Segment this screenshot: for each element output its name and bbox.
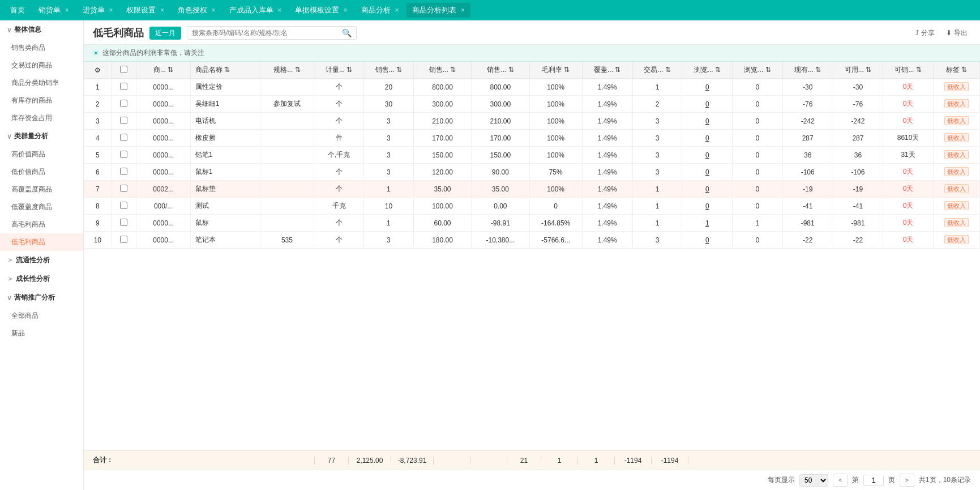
browse1-link[interactable]: 0 xyxy=(705,202,709,210)
close-icon[interactable]: × xyxy=(160,6,164,14)
row-sales-profit: 150.00 xyxy=(472,147,529,164)
col-sales-price-header[interactable]: 销售... ⇅ xyxy=(413,62,471,79)
col-spec-header[interactable]: 规格... ⇅ xyxy=(260,62,314,79)
col-unit-header[interactable]: 计量... ⇅ xyxy=(314,62,364,79)
col-inv-saleable-header[interactable]: 可销... ⇅ xyxy=(883,62,934,79)
sidebar-item-traded-goods[interactable]: 交易过的商品 xyxy=(0,57,83,74)
filter-recent-month-button[interactable]: 近一月 xyxy=(149,27,181,40)
nav-item-sales[interactable]: 销货单 × xyxy=(33,3,75,18)
col-browse1-header[interactable]: 浏览... ⇅ xyxy=(682,62,733,79)
row-checkbox[interactable] xyxy=(120,185,127,192)
col-browse2-header[interactable]: 浏览... ⇅ xyxy=(733,62,783,79)
export-button[interactable]: ⬇ 导出 xyxy=(943,27,971,40)
close-icon[interactable]: × xyxy=(109,6,113,14)
col-name-header[interactable]: 商品名称 ⇅ xyxy=(190,62,260,79)
browse1-link[interactable]: 0 xyxy=(705,236,709,244)
close-icon[interactable]: × xyxy=(461,6,465,14)
col-sku-header[interactable]: 商... ⇅ xyxy=(136,62,191,79)
next-page-button[interactable]: ＞ xyxy=(900,474,914,487)
nav-item-home[interactable]: 首页 xyxy=(5,3,31,18)
nav-item-goods-analysis-list[interactable]: 商品分析列表 × xyxy=(406,3,470,18)
nav-item-permissions[interactable]: 权限设置 × xyxy=(121,3,170,18)
close-icon[interactable]: × xyxy=(65,6,69,14)
row-checkbox[interactable] xyxy=(120,151,127,158)
col-setting[interactable]: ⚙ xyxy=(84,62,112,79)
browse1-link[interactable]: 0 xyxy=(705,117,709,125)
row-checkbox[interactable] xyxy=(120,117,127,124)
sidebar-item-high-margin[interactable]: 高毛利商品 xyxy=(0,216,83,233)
col-inv-usable-header[interactable]: 可用... ⇅ xyxy=(833,62,883,79)
col-check[interactable] xyxy=(112,62,136,79)
browse1-link[interactable]: 0 xyxy=(705,168,709,176)
row-checkbox[interactable] xyxy=(120,168,127,175)
sidebar-item-stock-goods[interactable]: 有库存的商品 xyxy=(0,92,83,109)
col-tx-header[interactable]: 交易... ⇅ xyxy=(632,62,682,79)
row-check[interactable] xyxy=(112,215,136,232)
row-browse1: 0 xyxy=(682,96,733,113)
row-check[interactable] xyxy=(112,198,136,215)
row-check[interactable] xyxy=(112,232,136,249)
row-checkbox[interactable] xyxy=(120,100,127,107)
share-button[interactable]: ⤴ 分享 xyxy=(912,27,938,40)
browse1-link[interactable]: 0 xyxy=(705,185,709,193)
row-checkbox[interactable] xyxy=(120,134,127,141)
row-check[interactable] xyxy=(112,113,136,130)
select-all-checkbox[interactable] xyxy=(120,66,127,73)
share-label: 分享 xyxy=(921,28,935,38)
col-inv-current-header[interactable]: 现有... ⇅ xyxy=(782,62,833,79)
col-sales-profit-header[interactable]: 销售... ⇅ xyxy=(472,62,529,79)
row-check[interactable] xyxy=(112,164,136,181)
sidebar-item-low-margin[interactable]: 低毛利商品 xyxy=(0,233,83,251)
nav-item-template[interactable]: 单据模板设置 × xyxy=(289,3,353,18)
row-sales-price: 800.00 xyxy=(413,79,471,96)
page-number-input[interactable] xyxy=(863,475,884,486)
close-icon[interactable]: × xyxy=(395,6,399,14)
row-sales-profit: 35.00 xyxy=(472,181,529,198)
browse1-link[interactable]: 0 xyxy=(705,134,709,142)
sidebar-item-low-coverage[interactable]: 低覆盖度商品 xyxy=(0,198,83,216)
search-input[interactable] xyxy=(192,29,342,37)
nav-item-roles[interactable]: 角色授权 × xyxy=(172,3,221,18)
browse1-link[interactable]: 0 xyxy=(705,83,709,91)
sidebar-section-category[interactable]: ∨ 类群量分析 xyxy=(0,127,83,146)
sidebar-section-overview[interactable]: ∨ 整体信息 xyxy=(0,20,83,39)
sidebar-section-flow[interactable]: ＞ 流通性分析 xyxy=(0,251,83,270)
close-icon[interactable]: × xyxy=(212,6,216,14)
sidebar-item-category-rate[interactable]: 商品分类助销率 xyxy=(0,74,83,92)
close-icon[interactable]: × xyxy=(344,6,348,14)
sidebar-section-marketing[interactable]: ∨ 营销推广分析 xyxy=(0,288,83,307)
prev-page-button[interactable]: ＜ xyxy=(833,474,848,487)
row-check[interactable] xyxy=(112,79,136,96)
row-check[interactable] xyxy=(112,96,136,113)
sidebar-item-new-goods[interactable]: 新品 xyxy=(0,325,83,342)
nav-item-products[interactable]: 产成品入库单 × xyxy=(224,3,288,18)
sidebar-item-stock-capital[interactable]: 库存资金占用 xyxy=(0,109,83,127)
close-icon[interactable]: × xyxy=(277,6,281,14)
col-coverage-header[interactable]: 覆盖... ⇅ xyxy=(582,62,632,79)
page-size-select[interactable]: 50 100 xyxy=(799,474,828,487)
nav-item-goods-analysis[interactable]: 商品分析 × xyxy=(356,3,405,18)
row-check[interactable] xyxy=(112,147,136,164)
nav-item-purchase[interactable]: 进货单 × xyxy=(77,3,119,18)
sidebar-item-sales-goods[interactable]: 销售类商品 xyxy=(0,39,83,57)
browse1-link[interactable]: 0 xyxy=(705,100,709,108)
row-checkbox[interactable] xyxy=(120,219,127,226)
col-sales-qty-header[interactable]: 销售... ⇅ xyxy=(364,62,414,79)
row-sku: 0000... xyxy=(136,113,191,130)
sidebar-item-high-value[interactable]: 高价值商品 xyxy=(0,146,83,163)
row-spec: 参加复试 xyxy=(260,96,314,113)
col-gross-margin-header[interactable]: 毛利率 ⇅ xyxy=(529,62,582,79)
row-checkbox[interactable] xyxy=(120,83,127,90)
sidebar-section-growth[interactable]: ＞ 成长性分析 xyxy=(0,270,83,288)
sidebar-item-all-goods[interactable]: 全部商品 xyxy=(0,307,83,325)
browse1-link[interactable]: 1 xyxy=(705,219,709,227)
row-check[interactable] xyxy=(112,181,136,198)
sidebar-item-low-value[interactable]: 低价值商品 xyxy=(0,163,83,181)
col-tag-header[interactable]: 标签 ⇅ xyxy=(933,62,979,79)
row-checkbox[interactable] xyxy=(120,202,127,209)
sidebar-item-high-coverage[interactable]: 高覆盖度商品 xyxy=(0,181,83,198)
browse1-link[interactable]: 0 xyxy=(705,151,709,159)
search-box[interactable]: 🔍 xyxy=(187,26,357,40)
row-checkbox[interactable] xyxy=(120,236,127,243)
row-check[interactable] xyxy=(112,130,136,147)
